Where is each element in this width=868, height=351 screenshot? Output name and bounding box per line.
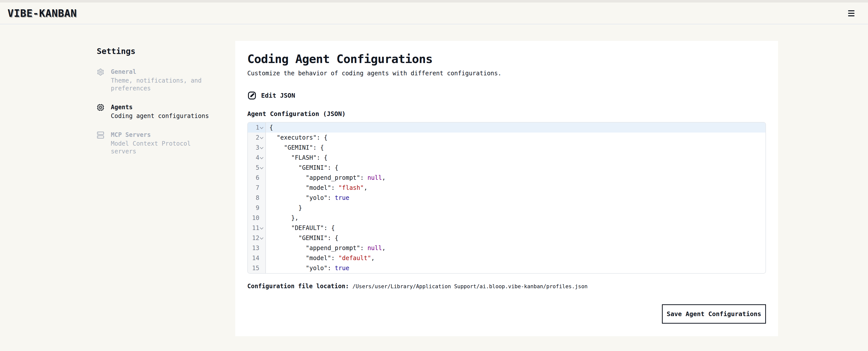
file-location-row: Configuration file location: /Users/user…	[247, 283, 766, 290]
fold-chevron-icon[interactable]	[259, 147, 264, 149]
line-gutter: 6	[248, 173, 266, 183]
code-line-content[interactable]: "model": "flash",	[266, 183, 766, 193]
line-gutter: 13	[248, 243, 266, 253]
code-line-content[interactable]: "append_prompt": null,	[266, 173, 766, 183]
sidebar-item-label: MCP Servers	[111, 131, 211, 139]
line-gutter: 12	[248, 233, 266, 243]
line-number: 7	[249, 183, 259, 193]
code-line-content[interactable]: "FLASH": {	[266, 153, 766, 163]
line-gutter: 9	[248, 203, 266, 213]
line-number: 12	[249, 233, 259, 243]
sidebar-title: Settings	[97, 46, 217, 56]
code-line-3[interactable]: 3 "GEMINI": {	[248, 143, 766, 153]
fold-chevron-icon[interactable]	[259, 157, 264, 159]
code-line-content[interactable]: "GEMINI": {	[266, 143, 766, 153]
code-line-5[interactable]: 5 "GEMINI": {	[248, 163, 766, 173]
line-number: 9	[249, 203, 259, 213]
line-number: 1	[249, 122, 259, 133]
page-subtitle: Customize the behavior of coding agents …	[247, 70, 766, 77]
editor-lines: 1{2 "executors": {3 "GEMINI": {4 "FLASH"…	[248, 122, 766, 273]
cpu-icon	[97, 103, 104, 120]
code-line-14[interactable]: 14 "model": "default",	[248, 253, 766, 263]
line-number: 14	[249, 253, 259, 263]
sidebar-item-text: GeneralTheme, notifications, and prefere…	[111, 68, 211, 93]
line-gutter: 14	[248, 253, 266, 263]
sidebar-item-description: Model Context Protocol servers	[111, 140, 211, 155]
line-number: 3	[249, 143, 259, 153]
sidebar-item-label: Agents	[111, 103, 209, 111]
code-line-content[interactable]: "yolo": true	[266, 193, 766, 203]
sidebar-items: GeneralTheme, notifications, and prefere…	[97, 68, 217, 155]
code-line-1[interactable]: 1{	[248, 122, 766, 133]
json-editor[interactable]: 1{2 "executors": {3 "GEMINI": {4 "FLASH"…	[247, 122, 766, 274]
line-gutter: 15	[248, 263, 266, 273]
line-gutter: 2	[248, 133, 266, 143]
page-title: Coding Agent Configurations	[247, 52, 766, 66]
line-gutter: 1	[248, 122, 266, 133]
line-gutter: 11	[248, 223, 266, 233]
fold-chevron-icon[interactable]	[259, 137, 264, 139]
app-header: VIBE-KANBAN	[0, 2, 868, 24]
sidebar-item-text: AgentsCoding agent configurations	[111, 103, 209, 120]
code-line-content[interactable]: },	[266, 213, 766, 223]
sidebar-item-mcp-servers[interactable]: MCP ServersModel Context Protocol server…	[97, 131, 217, 155]
line-number: 11	[249, 223, 259, 233]
code-line-content[interactable]: "DEFAULT": {	[266, 223, 766, 233]
code-line-9[interactable]: 9 }	[248, 203, 766, 213]
menu-button[interactable]	[847, 9, 856, 17]
square-pen-icon	[247, 91, 256, 100]
code-line-7[interactable]: 7 "model": "flash",	[248, 183, 766, 193]
app-logo[interactable]: VIBE-KANBAN	[7, 7, 77, 19]
save-row: Save Agent Configurations	[247, 304, 766, 324]
edit-json-toggle[interactable]: Edit JSON	[247, 91, 295, 100]
line-gutter: 4	[248, 153, 266, 163]
code-line-12[interactable]: 12 "GEMINI": {	[248, 233, 766, 243]
line-number: 2	[249, 133, 259, 143]
code-line-content[interactable]: "yolo": true	[266, 263, 766, 273]
line-gutter: 8	[248, 193, 266, 203]
code-line-4[interactable]: 4 "FLASH": {	[248, 153, 766, 163]
line-gutter: 7	[248, 183, 266, 193]
window-top-edge	[0, 0, 868, 2]
code-line-content[interactable]: "append_prompt": null,	[266, 243, 766, 253]
line-number: 10	[249, 213, 259, 223]
line-gutter: 5	[248, 163, 266, 173]
line-number: 4	[249, 153, 259, 163]
code-line-content[interactable]: {	[266, 122, 766, 133]
edit-json-label: Edit JSON	[261, 92, 295, 99]
fold-chevron-icon[interactable]	[259, 237, 264, 239]
fold-chevron-icon[interactable]	[259, 127, 264, 129]
code-line-content[interactable]: }	[266, 203, 766, 213]
file-location-label: Configuration file location:	[247, 283, 349, 290]
code-line-content[interactable]: "model": "default",	[266, 253, 766, 263]
server-icon	[97, 131, 104, 155]
hamburger-menu-icon	[848, 10, 855, 11]
gear-icon	[97, 68, 104, 93]
code-line-6[interactable]: 6 "append_prompt": null,	[248, 173, 766, 183]
code-line-13[interactable]: 13 "append_prompt": null,	[248, 243, 766, 253]
code-line-2[interactable]: 2 "executors": {	[248, 133, 766, 143]
file-location-path: /Users/user/Library/Application Support/…	[352, 283, 588, 289]
line-number: 15	[249, 263, 259, 273]
sidebar-item-text: MCP ServersModel Context Protocol server…	[111, 131, 211, 155]
sidebar-item-agents[interactable]: AgentsCoding agent configurations	[97, 103, 217, 120]
code-line-content[interactable]: "GEMINI": {	[266, 233, 766, 243]
settings-sidebar: Settings GeneralTheme, notifications, an…	[97, 46, 217, 167]
sidebar-item-general[interactable]: GeneralTheme, notifications, and prefere…	[97, 68, 217, 93]
code-line-11[interactable]: 11 "DEFAULT": {	[248, 223, 766, 233]
line-number: 8	[249, 193, 259, 203]
save-agent-configurations-button[interactable]: Save Agent Configurations	[662, 304, 766, 324]
code-line-content[interactable]: "executors": {	[266, 133, 766, 143]
line-number: 5	[249, 163, 259, 173]
sidebar-item-label: General	[111, 68, 211, 76]
code-line-10[interactable]: 10 },	[248, 213, 766, 223]
settings-card: Coding Agent Configurations Customize th…	[235, 41, 778, 336]
code-line-15[interactable]: 15 "yolo": true	[248, 263, 766, 273]
line-gutter: 10	[248, 213, 266, 223]
line-number: 13	[249, 243, 259, 253]
fold-chevron-icon[interactable]	[259, 227, 264, 229]
code-line-8[interactable]: 8 "yolo": true	[248, 193, 766, 203]
editor-label: Agent Configuration (JSON)	[247, 110, 766, 117]
fold-chevron-icon[interactable]	[259, 167, 264, 169]
code-line-content[interactable]: "GEMINI": {	[266, 163, 766, 173]
